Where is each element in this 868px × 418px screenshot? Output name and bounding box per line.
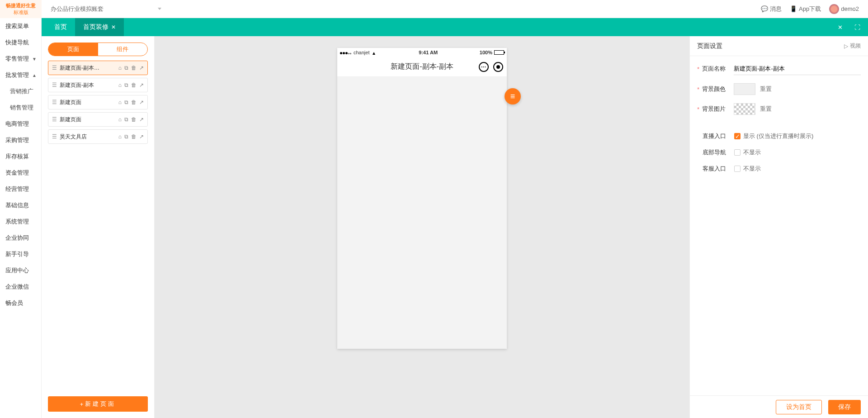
caret-icon: ▲	[32, 73, 37, 78]
page-list-item[interactable]: ☰新建页面⌂⧉🗑↗	[48, 95, 148, 109]
drag-handle-icon[interactable]: ☰	[52, 116, 57, 123]
user-menu[interactable]: demo2	[829, 4, 859, 14]
sidebar-subitem[interactable]: 营销推广	[0, 83, 41, 100]
video-help-button[interactable]: ▷ 视频	[844, 42, 861, 50]
sidebar-item[interactable]: 新手引导	[0, 246, 41, 262]
bottom-nav-text: 不显示	[743, 148, 761, 157]
username: demo2	[841, 5, 859, 12]
sidebar-item[interactable]: 电商管理	[0, 116, 41, 132]
service-entry-checkbox[interactable]	[734, 166, 741, 172]
sidebar-item[interactable]: 企业协同	[0, 230, 41, 246]
page-list-item[interactable]: ☰新建页面-副本⌂⧉🗑↗	[48, 78, 148, 92]
sidebar-item[interactable]: 经营管理	[0, 181, 41, 197]
page-list: ☰新建页面-副本…⌂⧉🗑↗☰新建页面-副本⌂⧉🗑↗☰新建页面⌂⧉🗑↗☰新建页面⌂…	[42, 61, 154, 390]
sidebar-nav: 搜索菜单快捷导航零售管理▼批发管理▲营销推广销售管理电商管理采购管理库存核算资金…	[0, 18, 42, 418]
share-icon[interactable]: ↗	[139, 99, 144, 105]
drag-handle-icon[interactable]: ☰	[52, 99, 57, 105]
caret-icon: ▼	[32, 57, 37, 62]
delete-icon[interactable]: 🗑	[131, 133, 137, 140]
delete-icon[interactable]: 🗑	[131, 99, 137, 105]
share-icon[interactable]: ↗	[139, 82, 144, 88]
home-icon[interactable]: ⌂	[118, 99, 122, 105]
close-tab-icon[interactable]: ✕	[834, 21, 846, 33]
live-entry-text: 显示 (仅当进行直播时展示)	[743, 132, 813, 140]
set-home-button[interactable]: 设为首页	[776, 400, 822, 414]
drag-handle-icon[interactable]: ☰	[52, 133, 57, 140]
copy-icon[interactable]: ⧉	[124, 82, 128, 88]
required-icon: *	[697, 86, 699, 93]
drag-handle-icon[interactable]: ☰	[52, 82, 57, 88]
home-icon[interactable]: ⌂	[118, 65, 122, 71]
messages-button[interactable]: 💬 消息	[761, 5, 782, 13]
save-button[interactable]: 保存	[828, 400, 861, 414]
home-icon[interactable]: ⌂	[118, 116, 122, 123]
hamburger-fab[interactable]: ≡	[505, 88, 521, 104]
sidebar-item[interactable]: 畅会员	[0, 295, 41, 311]
live-entry-checkbox[interactable]: ✓	[734, 133, 741, 139]
service-entry-text: 不显示	[743, 165, 761, 173]
share-icon[interactable]: ↗	[139, 116, 144, 123]
bgcolor-reset-button[interactable]: 重置	[760, 85, 772, 93]
video-label: 视频	[850, 42, 861, 50]
phone-body[interactable]	[337, 77, 507, 349]
more-icon[interactable]: •••	[479, 62, 489, 72]
bgimg-reset-button[interactable]: 重置	[760, 105, 772, 113]
bgcolor-swatch[interactable]	[734, 83, 755, 95]
copy-icon[interactable]: ⧉	[124, 133, 128, 140]
account-selector[interactable]: 办公品行业模拟账套	[51, 5, 161, 13]
page-list-item[interactable]: ☰新建页面-副本…⌂⧉🗑↗	[48, 61, 148, 75]
sidebar-item[interactable]: 批发管理▲	[0, 67, 41, 83]
sidebar-item[interactable]: 基础信息	[0, 197, 41, 214]
bottom-nav-checkbox[interactable]	[734, 149, 741, 156]
phone-preview: chanjet 9:41 AM 100% 新建页面-副本-副本	[337, 48, 507, 349]
delete-icon[interactable]: 🗑	[131, 116, 137, 123]
sidebar-subitem[interactable]: 销售管理	[0, 100, 41, 116]
drag-handle-icon[interactable]: ☰	[52, 65, 57, 71]
page-item-name: 昊天文具店	[60, 133, 118, 141]
tab-label: 首页装修	[83, 23, 108, 31]
topbar: 畅捷通好生意 标准版 办公品行业模拟账套 💬 消息 📱 App下载 demo2	[0, 0, 868, 18]
delete-icon[interactable]: 🗑	[131, 82, 137, 88]
close-icon[interactable]: ✕	[111, 24, 116, 30]
sidebar-item[interactable]: 企业微信	[0, 279, 41, 295]
app-download-button[interactable]: 📱 App下载	[790, 5, 821, 13]
sidebar-item[interactable]: 零售管理▼	[0, 51, 41, 67]
sidebar-item[interactable]: 资金管理	[0, 165, 41, 181]
home-icon[interactable]: ⌂	[118, 133, 122, 140]
play-icon: ▷	[844, 43, 848, 49]
copy-icon[interactable]: ⧉	[124, 65, 128, 71]
sidebar-item[interactable]: 搜索菜单	[0, 18, 41, 34]
seg-component[interactable]: 组件	[98, 43, 148, 56]
page-list-item[interactable]: ☰昊天文具店⌂⧉🗑↗	[48, 129, 148, 144]
page-item-name: 新建页面-副本…	[60, 64, 118, 72]
sidebar-item[interactable]: 库存核算	[0, 148, 41, 165]
page-list-item[interactable]: ☰新建页面⌂⧉🗑↗	[48, 112, 148, 127]
share-icon[interactable]: ↗	[139, 65, 144, 71]
sidebar-item[interactable]: 采购管理	[0, 132, 41, 148]
sidebar-item[interactable]: 应用中心	[0, 262, 41, 279]
tab-label: 首页	[54, 23, 67, 31]
copy-icon[interactable]: ⧉	[124, 116, 128, 123]
fullscreen-icon[interactable]: ⛶	[851, 21, 863, 33]
new-page-button[interactable]: + 新建页面	[48, 396, 148, 412]
bottom-nav-label: 底部导航	[703, 148, 734, 157]
home-icon[interactable]: ⌂	[118, 82, 122, 88]
bgimg-swatch[interactable]	[734, 103, 755, 115]
page-item-name: 新建页面-副本	[60, 81, 118, 89]
share-icon[interactable]: ↗	[139, 133, 144, 140]
tab[interactable]: 首页装修✕	[75, 18, 124, 36]
brand-name: 畅捷通好生意	[6, 2, 36, 9]
copy-icon[interactable]: ⧉	[124, 99, 128, 105]
sidebar-item[interactable]: 系统管理	[0, 214, 41, 230]
tab[interactable]: 首页	[46, 18, 75, 36]
page-name-input[interactable]	[734, 62, 861, 75]
sidebar-item[interactable]: 快捷导航	[0, 34, 41, 51]
brand-edition: 标准版	[14, 9, 28, 16]
target-icon[interactable]	[493, 62, 503, 72]
phone-status-bar: chanjet 9:41 AM 100%	[337, 48, 507, 57]
seg-page[interactable]: 页面	[48, 43, 98, 56]
bgimg-label: 背景图片	[702, 105, 734, 113]
delete-icon[interactable]: 🗑	[131, 65, 137, 71]
required-icon: *	[697, 106, 699, 113]
messages-label: 消息	[770, 5, 782, 13]
